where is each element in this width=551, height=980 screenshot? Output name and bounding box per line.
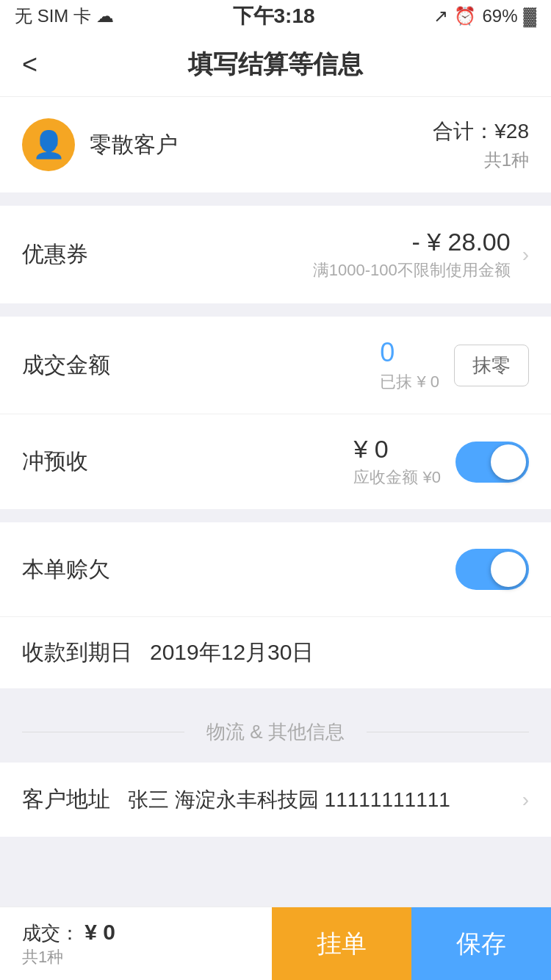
due-date-label: 收款到期日 <box>22 638 132 668</box>
transaction-value-block: 0 已抹 ¥ 0 <box>380 337 439 393</box>
debt-row: 本单赊欠 <box>0 522 551 616</box>
receivable-label: 应收金额 ¥0 <box>353 466 441 489</box>
prepay-right: ¥ 0 应收金额 ¥0 <box>353 435 529 489</box>
coupon-section[interactable]: 优惠券 - ¥ 28.00 满1000-100不限制使用金额 › <box>0 206 551 303</box>
save-button[interactable]: 保存 <box>411 907 551 981</box>
coupon-label: 优惠券 <box>22 239 88 270</box>
divider-line-left <box>22 732 184 732</box>
logistics-label: 物流 & 其他信息 <box>206 719 345 745</box>
address-row[interactable]: 客户地址 张三 海淀永丰科技园 11111111111 › <box>0 763 551 837</box>
coupon-right: - ¥ 28.00 满1000-100不限制使用金额 › <box>313 228 529 281</box>
chevron-right-icon: › <box>522 243 529 267</box>
back-button[interactable]: < <box>22 49 37 80</box>
prepay-value-block: ¥ 0 应收金额 ¥0 <box>353 435 441 489</box>
page-title: 填写结算等信息 <box>188 48 363 82</box>
round-zero-button[interactable]: 抹零 <box>454 345 529 386</box>
customer-section: 👤 零散客户 合计：¥28 共1种 <box>0 97 551 192</box>
address-label: 客户地址 <box>22 785 110 815</box>
avatar-icon: 👤 <box>32 129 65 160</box>
total-price: 合计：¥28 <box>433 118 529 145</box>
bottom-summary: 成交： ¥ 0 共1种 <box>0 920 272 968</box>
logistics-divider: 物流 & 其他信息 <box>0 702 551 763</box>
address-chevron-icon: › <box>522 788 529 812</box>
transaction-amount-row: 成交金额 0 已抹 ¥ 0 抹零 <box>0 317 551 414</box>
customer-left: 👤 零散客户 <box>22 118 178 171</box>
debt-toggle-knob <box>491 552 526 587</box>
prepay-row: 冲预收 ¥ 0 应收金额 ¥0 <box>0 414 551 509</box>
save-label: 保存 <box>456 927 506 961</box>
bottom-deal-row: 成交： ¥ 0 <box>22 920 250 946</box>
alarm-icon: ⏰ <box>454 6 476 26</box>
coupon-row[interactable]: 优惠券 - ¥ 28.00 满1000-100不限制使用金额 › <box>0 206 551 303</box>
prepay-label: 冲预收 <box>22 447 88 477</box>
hold-label: 挂单 <box>317 927 367 961</box>
nav-bar: < 填写结算等信息 <box>0 32 551 97</box>
debt-section: 本单赊欠 收款到期日 2019年12月30日 <box>0 522 551 688</box>
customer-name: 零散客户 <box>90 130 178 160</box>
customer-row: 👤 零散客户 合计：¥28 共1种 <box>0 97 551 192</box>
divider-line-right <box>367 732 529 732</box>
due-date-row: 收款到期日 2019年12月30日 <box>0 616 551 688</box>
hold-button[interactable]: 挂单 <box>272 907 411 981</box>
debt-toggle[interactable] <box>455 549 529 590</box>
avatar: 👤 <box>22 118 75 171</box>
address-section[interactable]: 客户地址 张三 海淀永丰科技园 11111111111 › <box>0 763 551 837</box>
bottom-deal-amount: ¥ 0 <box>84 920 115 944</box>
bottom-count: 共1种 <box>22 946 250 968</box>
coupon-desc: 满1000-100不限制使用金额 <box>313 259 511 281</box>
status-bar: 无 SIM 卡 ☁ 下午3:18 ↗ ⏰ 69% ▓ <box>0 0 551 32</box>
toggle-knob <box>491 444 526 480</box>
debt-label: 本单赊欠 <box>22 555 110 585</box>
battery-level: 69% <box>482 6 517 26</box>
coupon-value: - ¥ 28.00 满1000-100不限制使用金额 <box>313 228 511 281</box>
bottom-deal-label: 成交： <box>22 922 79 944</box>
address-value: 张三 海淀永丰科技园 11111111111 <box>128 786 522 814</box>
location-icon: ↗ <box>433 6 448 26</box>
customer-total: 合计：¥28 共1种 <box>433 118 529 172</box>
transaction-label: 成交金额 <box>22 350 110 381</box>
prepay-toggle[interactable] <box>455 442 529 483</box>
transaction-amount: 0 <box>380 337 439 368</box>
status-right: ↗ ⏰ 69% ▓ <box>433 6 536 26</box>
total-count: 共1种 <box>433 148 529 172</box>
content: 👤 零散客户 合计：¥28 共1种 优惠券 - ¥ 28.00 满1000-10… <box>0 97 551 938</box>
battery-icon: ▓ <box>523 6 536 26</box>
transaction-section: 成交金额 0 已抹 ¥ 0 抹零 冲预收 ¥ 0 应收金额 ¥0 <box>0 317 551 509</box>
sim-status: 无 SIM 卡 ☁ <box>15 4 114 28</box>
bottom-bar: 成交： ¥ 0 共1种 挂单 保存 <box>0 907 551 980</box>
status-time: 下午3:18 <box>233 2 315 30</box>
coupon-amount: - ¥ 28.00 <box>313 228 511 256</box>
due-date-value: 2019年12月30日 <box>150 638 314 668</box>
already-deducted: 已抹 ¥ 0 <box>380 371 439 393</box>
transaction-right: 0 已抹 ¥ 0 抹零 <box>380 337 529 393</box>
prepay-value: ¥ 0 <box>353 435 441 464</box>
status-left: 无 SIM 卡 ☁ <box>15 4 114 28</box>
